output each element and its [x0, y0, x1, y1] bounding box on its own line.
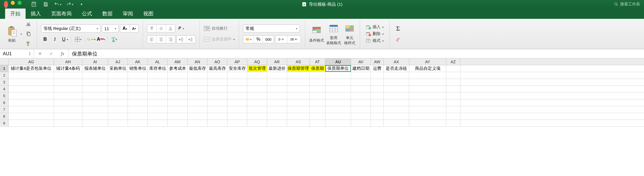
cell-AQ1[interactable]: 批次管理 [247, 65, 267, 72]
row-header-4[interactable]: 4 [0, 86, 9, 92]
cell-AK1[interactable]: 销售单位 [128, 65, 148, 72]
cell-AS5[interactable] [287, 93, 310, 99]
cell-AM4[interactable] [168, 86, 188, 92]
cell-AQ5[interactable] [247, 93, 267, 99]
cell-AX6[interactable] [384, 99, 409, 106]
cell-AV6[interactable] [351, 99, 371, 106]
cell-AV5[interactable] [351, 93, 371, 99]
row-header-1[interactable]: 1 [0, 65, 9, 72]
cell-AL5[interactable] [148, 93, 168, 99]
phonetic-button[interactable]: abcA▾ [110, 35, 119, 43]
cell-AL9[interactable] [148, 120, 168, 126]
cell-AI3[interactable] [82, 79, 108, 85]
cell-AP9[interactable] [227, 120, 247, 126]
cell-AO7[interactable] [207, 106, 227, 113]
align-middle-button[interactable] [157, 25, 166, 32]
cell-AW3[interactable] [371, 79, 384, 85]
cell-AN3[interactable] [188, 79, 207, 85]
column-header-AU[interactable]: AU [325, 58, 351, 65]
cell-AL3[interactable] [148, 79, 168, 85]
cell-AZ6[interactable] [446, 99, 460, 106]
row-header-8[interactable]: 8 [0, 113, 9, 120]
cell-AZ3[interactable] [446, 79, 460, 85]
cell-AJ1[interactable]: 采购单位 [108, 65, 128, 72]
cell-AN4[interactable] [188, 86, 207, 92]
column-header-AZ[interactable]: AZ [446, 58, 460, 65]
formula-input[interactable]: 保质期单位 [68, 49, 644, 58]
cell-AY3[interactable] [409, 79, 446, 85]
column-header-AP[interactable]: AP [227, 58, 247, 65]
italic-button[interactable]: I [51, 35, 59, 43]
format-cells-button[interactable]: 格式▾ [366, 38, 384, 43]
number-format-select[interactable]: 常规▾ [243, 24, 300, 32]
cell-AM6[interactable] [168, 99, 188, 106]
cell-AP6[interactable] [227, 99, 247, 106]
cell-AZ8[interactable] [446, 113, 460, 120]
cut-button[interactable] [24, 21, 33, 28]
cell-AR4[interactable] [267, 86, 287, 92]
cell-AW7[interactable] [371, 106, 384, 113]
cell-AQ4[interactable] [247, 86, 267, 92]
copy-button[interactable] [24, 30, 33, 37]
tab-page-layout[interactable]: 页面布局 [46, 8, 77, 19]
cell-AU3[interactable] [325, 79, 351, 85]
insert-cells-button[interactable]: 插入▾ [366, 24, 384, 30]
cell-AS9[interactable] [287, 120, 310, 126]
cell-AO2[interactable] [207, 72, 227, 79]
paste-button[interactable] [6, 25, 18, 37]
cell-AG3[interactable] [9, 79, 54, 85]
wrap-text-button[interactable]: 自动换行 [204, 24, 235, 32]
cell-AP2[interactable] [227, 72, 247, 79]
cell-AN7[interactable] [188, 106, 207, 113]
column-header-AN[interactable]: AN [188, 58, 207, 65]
column-header-AG[interactable]: AG [9, 58, 54, 65]
cell-AQ9[interactable] [247, 120, 267, 126]
format-painter-button[interactable] [24, 40, 33, 47]
cell-AT5[interactable] [310, 93, 325, 99]
cell-AJ7[interactable] [108, 106, 128, 113]
cell-AG4[interactable] [9, 86, 54, 92]
column-header-AX[interactable]: AX [384, 58, 409, 65]
cell-AY7[interactable] [409, 106, 446, 113]
cell-AX9[interactable] [384, 120, 409, 126]
align-bottom-button[interactable] [166, 25, 175, 32]
cell-AV4[interactable] [351, 86, 371, 92]
cell-AW1[interactable]: 运费 [371, 65, 384, 72]
cell-AT7[interactable] [310, 106, 325, 113]
cell-AZ1[interactable] [446, 65, 460, 72]
cell-AV3[interactable] [351, 79, 371, 85]
cell-AK2[interactable] [128, 72, 148, 79]
cell-AP1[interactable]: 安全库存 [227, 65, 247, 72]
cell-AQ3[interactable] [247, 79, 267, 85]
cell-AI4[interactable] [82, 86, 108, 92]
cell-AT1[interactable]: 保质期 [310, 65, 325, 72]
cell-AJ4[interactable] [108, 86, 128, 92]
cell-AX8[interactable] [384, 113, 409, 120]
cell-AG1[interactable]: 辅计量4是否包装单位 [9, 65, 54, 72]
autosum-button[interactable]: Σ [394, 24, 402, 32]
cell-AX4[interactable] [384, 86, 409, 92]
cell-AU1[interactable]: 保质期单位 [325, 65, 351, 72]
zoom-window-button[interactable] [18, 1, 22, 5]
cell-AK5[interactable] [128, 93, 148, 99]
cell-AM2[interactable] [168, 72, 188, 79]
comma-button[interactable]: 000 [263, 36, 274, 43]
customize-qat-icon[interactable]: ▾ [78, 1, 85, 7]
cell-AI6[interactable] [82, 99, 108, 106]
name-box[interactable]: AU1 ▲▼ [0, 49, 34, 58]
cell-AZ9[interactable] [446, 120, 460, 126]
row-header-3[interactable]: 3 [0, 79, 9, 85]
cell-AP7[interactable] [227, 106, 247, 113]
cell-AU9[interactable] [325, 120, 351, 126]
minimize-window-button[interactable] [11, 1, 15, 5]
cell-AH1[interactable]: 辅计量4条码 [54, 65, 82, 72]
cell-styles-button[interactable]: 单元 格样式 [343, 22, 356, 46]
increase-decimal-button[interactable]: .0 [275, 36, 287, 43]
cell-AL1[interactable]: 库存单位 [148, 65, 168, 72]
redo-icon[interactable]: ▾ [66, 1, 73, 7]
cell-AO9[interactable] [207, 120, 227, 126]
cell-AU7[interactable] [325, 106, 351, 113]
cell-AQ6[interactable] [247, 99, 267, 106]
cell-AO6[interactable] [207, 99, 227, 106]
cell-AT4[interactable] [310, 86, 325, 92]
